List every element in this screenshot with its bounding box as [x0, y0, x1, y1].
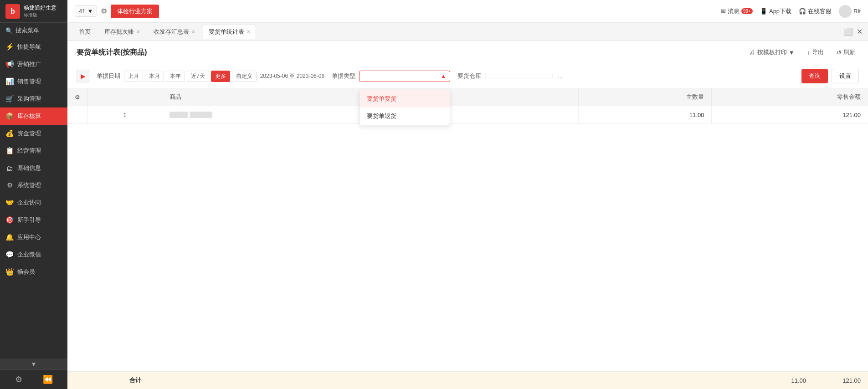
- sidebar-search-menu[interactable]: 🔍 搜索菜单: [0, 23, 67, 38]
- date-btn-this-year[interactable]: 本年: [166, 71, 185, 82]
- date-btn-this-month[interactable]: 本月: [145, 71, 164, 82]
- sidebar-item-finance[interactable]: 💰 资金管理: [0, 125, 67, 142]
- type-select-value: [363, 73, 441, 80]
- tab-order-stats[interactable]: 要货单统计表 ×: [203, 25, 256, 39]
- sidebar-item-enterprise-wechat[interactable]: 💬 企业微信: [0, 246, 67, 263]
- date-btn-more[interactable]: 更多: [211, 71, 230, 82]
- sidebar-item-purchase-mgmt[interactable]: 🛒 采购管理: [0, 90, 67, 107]
- export-btn[interactable]: ↑ 导出: [804, 46, 828, 58]
- coop-icon: 🤝: [5, 199, 14, 207]
- table-header-row: ⚙ 商品 主计量单位 主数量: [67, 88, 868, 106]
- row-amount-cell: 121.00: [712, 106, 868, 124]
- tab-close-all-icon[interactable]: ✕: [857, 27, 863, 36]
- print-template-btn[interactable]: 🖨 按模板打印 ▼: [746, 46, 798, 58]
- date-range-display: 2023-05-06 至 2023-06-06: [260, 72, 324, 80]
- sys-icon: ⚙: [5, 181, 14, 189]
- table-footer: 合计 11.00 121.00: [67, 371, 868, 389]
- page-title: 要货单统计表(按商品): [77, 48, 147, 57]
- trial-btn[interactable]: 体验行业方案: [111, 5, 159, 18]
- type-select[interactable]: ▲: [359, 71, 450, 82]
- date-buttons: 上月 本月 本年 近7天 更多 自定义: [124, 71, 257, 82]
- sidebar-item-sys-mgmt[interactable]: ⚙ 系统管理: [0, 177, 67, 194]
- filter-expand-btn[interactable]: ▶: [77, 70, 89, 82]
- tab-recv-close-icon[interactable]: ×: [192, 29, 195, 35]
- tab-batch-close-icon[interactable]: ×: [137, 29, 140, 35]
- row-amount: 121.00: [842, 112, 861, 118]
- date-btn-label: 更多: [215, 73, 226, 79]
- page-content: 要货单统计表(按商品) 🖨 按模板打印 ▼ ↑ 导出 ↺ 刷新 ▶: [67, 41, 868, 389]
- table-wrapper: ⚙ 商品 主计量单位 主数量: [67, 88, 868, 371]
- sidebar-item-app-center[interactable]: 🔔 应用中心: [0, 229, 67, 246]
- nav-label: 营销推广: [17, 60, 41, 68]
- tab-bar: 首页 库存批次账 × 收发存汇总表 × 要货单统计表 × ⬜ ✕: [67, 23, 868, 41]
- sidebar-item-basic-info[interactable]: 🗂 基础信息: [0, 159, 67, 177]
- settings-btn[interactable]: 设置: [832, 69, 859, 83]
- warehouse-select[interactable]: [485, 74, 553, 78]
- row-qty: 11.00: [689, 112, 704, 118]
- tab-home[interactable]: 首页: [73, 25, 97, 39]
- table-row: 1 块 11.00: [67, 106, 868, 124]
- tab-receivable-summary[interactable]: 收发存汇总表 ×: [148, 25, 201, 39]
- page-header-actions: 🖨 按模板打印 ▼ ↑ 导出 ↺ 刷新: [746, 46, 859, 58]
- sidebar-item-enterprise-coop[interactable]: 🤝 企业协同: [0, 194, 67, 211]
- export-label: 导出: [812, 48, 824, 56]
- product-block-2: [190, 112, 212, 118]
- date-btn-last7days[interactable]: 近7天: [187, 71, 209, 82]
- refresh-btn[interactable]: ↺ 刷新: [833, 46, 859, 58]
- sidebar: b 畅捷通好生意 标准版 🔍 搜索菜单 ⚡ 快捷导航 📢 营销推广 📊 销售管理…: [0, 0, 67, 389]
- wechat-icon: 💬: [5, 251, 14, 259]
- col-settings[interactable]: ⚙: [67, 88, 88, 106]
- msg-label: 消息: [728, 7, 740, 15]
- sidebar-item-quicknav[interactable]: ⚡ 快捷导航: [0, 38, 67, 56]
- warehouse-more-icon[interactable]: …: [557, 72, 564, 80]
- dropdown-item-tuihuo[interactable]: 要货单退货: [360, 107, 450, 125]
- footer-amount: 121.00: [824, 377, 861, 384]
- dropdown-item-yaohuo[interactable]: 要货单要货: [360, 90, 450, 107]
- date-btn-label: 自定义: [236, 73, 252, 79]
- tab-home-label: 首页: [79, 28, 91, 36]
- filter-area: ▶ 单据日期 上月 本月 本年 近7天: [67, 64, 868, 88]
- nav-label: 新手引导: [17, 216, 41, 224]
- date-btn-custom[interactable]: 自定义: [232, 71, 257, 82]
- query-btn[interactable]: 查询: [801, 69, 828, 83]
- sidebar-item-sales-mgmt[interactable]: 📊 销售管理: [0, 73, 67, 90]
- row-seq-cell: 1: [88, 106, 162, 124]
- quicknav-icon: ⚡: [5, 43, 14, 51]
- user-menu[interactable]: Rit: [839, 5, 861, 18]
- sidebar-item-operations[interactable]: 📋 经营管理: [0, 142, 67, 159]
- collapse-sidebar-icon[interactable]: ⏪: [43, 374, 53, 384]
- tab-batch-account[interactable]: 库存批次账 ×: [98, 25, 146, 39]
- guide-icon: 🎯: [5, 216, 14, 224]
- tab-expand-icon[interactable]: ⬜: [844, 27, 853, 36]
- sidebar-item-inventory[interactable]: 📦 库存核算: [0, 107, 67, 125]
- dropdown-item-label: 要货单退货: [367, 113, 396, 119]
- search-icon: 🔍: [5, 27, 13, 34]
- tab-order-close-icon[interactable]: ×: [247, 29, 250, 35]
- sidebar-item-vip-member[interactable]: 👑 畅会员: [0, 263, 67, 281]
- export-icon: ↑: [807, 49, 811, 56]
- tab-actions: ⬜ ✕: [844, 27, 863, 36]
- sidebar-item-marketing-promo[interactable]: 📢 营销推广: [0, 56, 67, 73]
- sidebar-scroll-down[interactable]: ▼: [0, 358, 67, 369]
- messages-btn[interactable]: ✉ 消息 99+: [721, 7, 753, 15]
- msg-badge: 99+: [741, 8, 753, 14]
- warehouse-label: 要货仓库: [457, 72, 481, 80]
- nav-label: 资金管理: [17, 129, 41, 138]
- date-btn-last-month[interactable]: 上月: [124, 71, 143, 82]
- online-service-btn[interactable]: 🎧 在线客服: [799, 7, 832, 15]
- company-dropdown[interactable]: 41 ▼: [75, 5, 97, 17]
- operations-icon: 📋: [5, 147, 14, 155]
- print-icon: 🖨: [750, 49, 755, 56]
- table-body: 1 块 11.00: [67, 106, 868, 124]
- footer-label: 合计: [129, 376, 248, 384]
- nav-label: 系统管理: [17, 181, 41, 189]
- row-seq: 1: [123, 112, 127, 118]
- refresh-icon: ↺: [837, 49, 842, 56]
- settings-footer-icon[interactable]: ⚙: [15, 374, 22, 384]
- app-download-btn[interactable]: 📱 App下载: [760, 7, 791, 15]
- sidebar-item-new-guide[interactable]: 🎯 新手引导: [0, 211, 67, 229]
- vip-icon: 👑: [5, 268, 14, 276]
- inventory-icon: 📦: [5, 112, 14, 120]
- header-gear-icon[interactable]: ⚙: [101, 7, 107, 15]
- qty-col-label: 主数量: [686, 93, 704, 100]
